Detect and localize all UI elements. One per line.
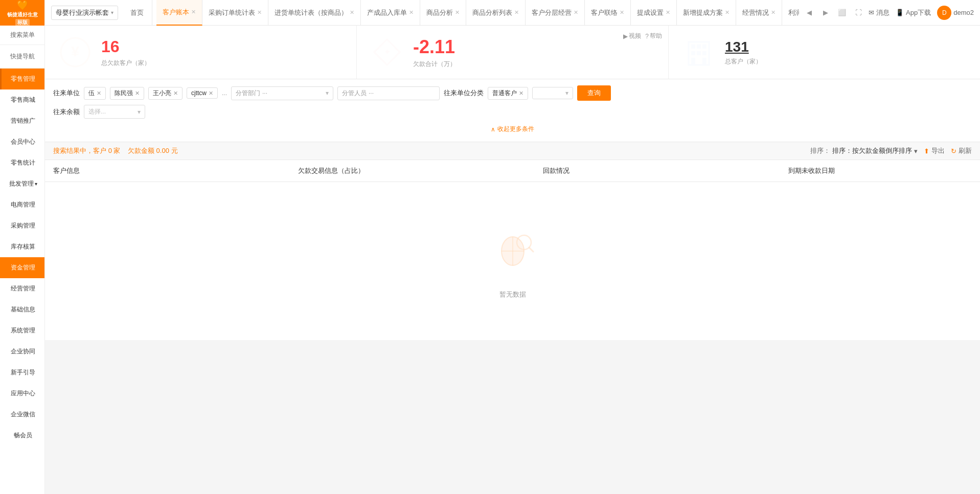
quick-nav-item[interactable]: 快捷导航 <box>0 48 44 65</box>
sort-label: 排序：按欠款金额倒序排序 <box>832 146 912 155</box>
tab-purchase-orders-close[interactable]: ✕ <box>257 9 262 16</box>
filter-more-tags[interactable]: ... <box>222 89 227 97</box>
result-suffix: 家 <box>113 147 120 154</box>
message-label: 消息 <box>876 8 890 17</box>
tab-business-status-close[interactable]: ✕ <box>771 9 776 16</box>
tab-expand-btn[interactable]: ⬜ <box>836 0 848 26</box>
tab-purchase-stats-close[interactable]: ✕ <box>350 9 354 16</box>
main-area: 母婴行业演示帐套 ▾ 首页 客户账本 ✕ 采购订单统计表 ✕ 进货单统计表（按商… <box>45 0 980 494</box>
stat-icon-diamond: ✦ <box>369 37 405 68</box>
filter-dept-select[interactable]: 分管部门 ··· ▾ <box>231 86 333 100</box>
refresh-btn[interactable]: ↻ 刷新 <box>951 146 972 155</box>
tab-product-analysis-list-label: 商品分析列表 <box>472 8 512 17</box>
search-menu[interactable]: 搜索菜单 <box>0 26 44 45</box>
quick-nav[interactable]: 快捷导航 <box>0 45 44 69</box>
stat-value-debt-customers: 16 <box>101 37 150 56</box>
result-debt-prefix: 欠款金额 <box>128 147 154 154</box>
filter-tag-unit-type-close[interactable]: ✕ <box>519 90 523 97</box>
user-avatar[interactable]: D demo2 <box>937 6 974 20</box>
filter-area: 往来单位 伍 ✕ 陈民强 ✕ 王小亮 ✕ cjttcw ✕ ... <box>45 79 980 142</box>
tab-product-analysis-close[interactable]: ✕ <box>455 9 460 16</box>
tab-customer-segment-close[interactable]: ✕ <box>574 9 578 16</box>
page-content: ¥ 16 总欠款客户（家） ✦ -2.11 欠款合计（ <box>45 26 980 494</box>
tab-home[interactable]: 首页 <box>122 0 152 26</box>
filter-unit-type-arrow: ▾ <box>565 89 568 97</box>
tab-scroll-right[interactable]: ▶ <box>819 0 832 26</box>
tab-accounts-close[interactable]: ✕ <box>191 9 196 15</box>
sidebar-item-basic-info[interactable]: 基础信息 <box>0 299 44 320</box>
tab-customer-contact-close[interactable]: ✕ <box>620 9 624 16</box>
sidebar-item-purchase-mgmt[interactable]: 采购管理 <box>0 215 44 236</box>
tab-commission-settings[interactable]: 提成设置 ✕ <box>631 0 677 26</box>
logo-icon: 🧡 <box>17 0 28 11</box>
filter-tag-unit1-text: 伍 <box>88 89 95 98</box>
filter-person-select[interactable]: 分管人员 ··· <box>337 86 440 100</box>
tab-accounts-label: 客户账本 <box>163 8 189 17</box>
collapse-filters-btn[interactable]: ∧ 收起更多条件 <box>53 123 972 136</box>
stat-icon-yuan: ¥ <box>57 37 93 68</box>
tab-new-commission[interactable]: 新增提成方案 ✕ <box>677 0 736 26</box>
tab-purchase-stats-label: 进货单统计表（按商品） <box>275 8 348 17</box>
tab-purchase-orders[interactable]: 采购订单统计表 ✕ <box>202 0 268 26</box>
video-btn[interactable]: ▶ 视频 <box>623 32 641 40</box>
export-btn[interactable]: ⬆ 导出 <box>924 146 945 155</box>
stat-actions: ▶ 视频 ? 帮助 <box>623 32 662 40</box>
sidebar-item-operations-mgmt[interactable]: 经营管理 <box>0 278 44 299</box>
tab-product-analysis-list-close[interactable]: ✕ <box>514 9 519 16</box>
filter-tag-unit4-close[interactable]: ✕ <box>209 90 213 97</box>
sidebar-item-ecommerce-mgmt[interactable]: 电商管理 <box>0 194 44 215</box>
sidebar-item-enterprise-collab[interactable]: 企业协同 <box>0 341 44 362</box>
tab-fullscreen-btn[interactable]: ⛶ <box>852 0 864 26</box>
app-download-btn[interactable]: 📱 App下载 <box>896 8 931 17</box>
tab-accounts[interactable]: 客户账本 ✕ <box>156 0 202 26</box>
tab-customer-contact[interactable]: 客户联络 ✕ <box>585 0 631 26</box>
export-label: 导出 <box>931 146 945 155</box>
filter-balance-select[interactable]: 选择... ▾ <box>84 105 145 119</box>
message-btn[interactable]: ✉ 消息 <box>869 8 890 17</box>
filter-tag-unit1-close[interactable]: ✕ <box>97 90 101 97</box>
filter-balance-placeholder: 选择... <box>88 107 106 116</box>
tab-purchase-stats[interactable]: 进货单统计表（按商品） ✕ <box>268 0 361 26</box>
svg-line-18 <box>529 248 533 252</box>
tab-product-analysis[interactable]: 商品分析 ✕ <box>420 0 466 26</box>
tab-scroll-left[interactable]: ◀ <box>803 0 815 26</box>
video-label: 视频 <box>629 32 641 40</box>
query-button[interactable]: 查询 <box>577 85 611 101</box>
tab-product-analysis-list[interactable]: 商品分析列表 ✕ <box>466 0 526 26</box>
sidebar-item-finance-mgmt[interactable]: 资金管理 <box>0 257 44 278</box>
sidebar-item-system-mgmt[interactable]: 系统管理 <box>0 320 44 341</box>
filter-tag-unit3-close[interactable]: ✕ <box>173 90 178 97</box>
sidebar-item-retail-stats[interactable]: 零售统计 <box>0 152 44 173</box>
help-btn[interactable]: ? 帮助 <box>645 32 662 40</box>
tab-product-entry-close[interactable]: ✕ <box>409 9 414 16</box>
sidebar-item-retail-mgmt[interactable]: 零售管理 <box>0 69 44 89</box>
sidebar-item-member-center[interactable]: 会员中心 <box>0 131 44 152</box>
stat-info-total-customers: 131 总客户（家） <box>725 38 762 66</box>
sidebar-item-inventory-check[interactable]: 库存核算 <box>0 236 44 257</box>
tab-product-entry[interactable]: 产成品入库单 ✕ <box>361 0 420 26</box>
filter-tag-unit-type: 普通客户 ✕ <box>488 87 528 100</box>
account-selector[interactable]: 母婴行业演示帐套 ▾ <box>51 6 118 20</box>
tab-new-commission-close[interactable]: ✕ <box>725 9 730 16</box>
tab-profit-report[interactable]: 利润报告 ✕ <box>782 0 799 26</box>
filter-tag-unit2-text: 陈民强 <box>115 89 133 98</box>
stat-total-debt-amount: ✦ -2.11 欠款合计（万） ▶ 视频 ? 帮助 <box>357 26 669 79</box>
sort-selector[interactable]: 排序： 排序：按欠款金额倒序排序 ▾ <box>810 146 918 155</box>
sidebar-item-app-center[interactable]: 应用中心 <box>0 383 44 404</box>
sidebar-item-marketing[interactable]: 营销推广 <box>0 110 44 131</box>
svg-text:✦: ✦ <box>384 48 391 56</box>
filter-tag-unit2-close[interactable]: ✕ <box>135 90 140 97</box>
filter-balance-arrow: ▾ <box>138 108 141 116</box>
filter-unit-type-dropdown[interactable]: ▾ <box>532 87 573 99</box>
filter-person-label: 分管人员 <box>342 89 367 98</box>
sidebar-item-new-guide[interactable]: 新手引导 <box>0 362 44 383</box>
tab-customer-segment[interactable]: 客户分层经营 ✕ <box>526 0 585 26</box>
tab-business-status[interactable]: 经营情况 ✕ <box>736 0 782 26</box>
tab-commission-settings-close[interactable]: ✕ <box>666 9 670 16</box>
sidebar-item-retail-mall[interactable]: 零售商城 <box>0 89 44 110</box>
sidebar-item-vip-member[interactable]: 畅会员 <box>0 425 44 446</box>
filter-unit-label: 往来单位 <box>53 88 80 98</box>
message-icon: ✉ <box>869 9 874 16</box>
sidebar-item-wholesale-mgmt[interactable]: 批发管理 ▾ <box>0 173 44 194</box>
sidebar-item-enterprise-wechat[interactable]: 企业微信 <box>0 404 44 425</box>
